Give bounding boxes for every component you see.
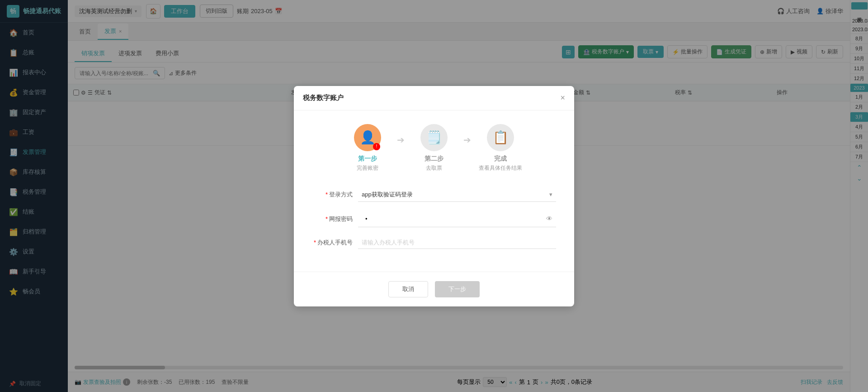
step-2-desc: 去取票	[426, 164, 442, 172]
steps-container: 👤 ! 第一步 完善账密 ➔ 🗒️ 第二步 去取票 ➔	[312, 124, 556, 172]
person-card-icon: 👤	[360, 130, 376, 145]
step-1-icon: 👤 !	[354, 124, 381, 151]
step-1-label: 第一步	[358, 155, 377, 163]
login-method-value: app获取验证码登录	[362, 191, 413, 199]
login-method-select[interactable]: app获取验证码登录 ▾	[358, 188, 556, 202]
modal-body: 👤 ! 第一步 完善账密 ➔ 🗒️ 第二步 去取票 ➔	[294, 110, 574, 272]
checklist-icon: 📋	[493, 130, 509, 145]
next-button[interactable]: 下一步	[435, 281, 480, 297]
password-input[interactable]	[362, 213, 544, 225]
phone-label: 办税人手机号	[312, 239, 353, 247]
tax-digital-account-modal: 税务数字账户 × 👤 ! 第一步 完善账密 ➔ 🗒️	[294, 86, 574, 306]
step-1-desc: 完善账密	[357, 164, 378, 172]
login-method-label: 登录方式	[312, 191, 353, 199]
step-2-icon: 🗒️	[420, 124, 448, 151]
step-1-badge: !	[373, 143, 380, 150]
cancel-button[interactable]: 取消	[388, 281, 428, 297]
select-arrow-icon: ▾	[549, 191, 552, 198]
login-method-row: 登录方式 app获取验证码登录 ▾	[312, 188, 556, 202]
phone-row: 办税人手机号	[312, 236, 556, 249]
password-row: 网报密码 👁	[312, 211, 556, 227]
eye-toggle-icon[interactable]: 👁	[546, 215, 552, 222]
step-3-desc: 查看具体任务结果	[479, 164, 522, 172]
password-label: 网报密码	[312, 215, 353, 223]
step-arrow-2: ➔	[463, 134, 471, 161]
step-3-label: 完成	[494, 155, 507, 163]
modal-title: 税务数字账户	[303, 94, 344, 102]
step-1: 👤 ! 第一步 完善账密	[340, 124, 395, 172]
step-arrow-1: ➔	[397, 134, 405, 161]
password-field-wrap: 👁	[358, 211, 556, 227]
modal-overlay: 税务数字账户 × 👤 ! 第一步 完善账密 ➔ 🗒️	[0, 0, 868, 392]
step-3: 📋 完成 查看具体任务结果	[473, 124, 528, 172]
modal-close-button[interactable]: ×	[560, 93, 565, 103]
step-3-icon: 📋	[487, 124, 514, 151]
modal-footer: 取消 下一步	[294, 272, 574, 306]
step-2: 🗒️ 第二步 去取票	[407, 124, 461, 172]
modal-header: 税务数字账户 ×	[294, 86, 574, 110]
phone-input[interactable]	[358, 236, 556, 249]
document-icon: 🗒️	[426, 130, 442, 145]
step-2-label: 第二步	[425, 155, 443, 163]
